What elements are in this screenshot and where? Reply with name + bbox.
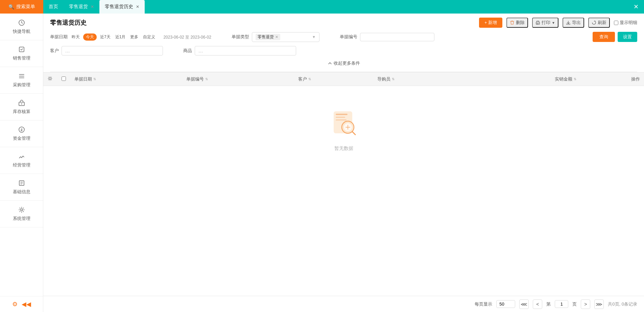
date-shortcut-1month[interactable]: 近1月 <box>114 34 127 41</box>
print-label: 打印 <box>542 20 550 26</box>
tab-retail-return[interactable]: 零售退货 ✕ <box>64 0 99 14</box>
th-date[interactable]: 单据日期 ⇅ <box>70 72 182 86</box>
print-button[interactable]: 打印 ▼ <box>532 18 558 28</box>
prev-page-button[interactable]: < <box>533 299 542 309</box>
query-button[interactable]: 查询 <box>593 32 615 42</box>
goods-filter: 商品 ... <box>183 46 296 55</box>
export-button[interactable]: 导出 <box>563 18 584 28</box>
date-filter: 单据日期 昨天 今天 近7天 近1月 更多 自定义 <box>50 34 157 41</box>
sidebar-item-basic-info[interactable]: 基础信息 <box>0 174 43 201</box>
date-shortcut-more[interactable]: 更多 <box>129 34 140 41</box>
select-all-checkbox[interactable] <box>62 76 66 81</box>
type-filter: 单据类型 零售退货 ✕ ▼ <box>232 32 319 42</box>
number-filter-input[interactable] <box>360 33 434 41</box>
print-icon <box>535 20 540 25</box>
sidebar-item-inventory[interactable]: 库存核算 <box>0 94 43 120</box>
page-actions: + 新增 删除 打印 ▼ <box>479 18 637 28</box>
first-page-button[interactable]: ⋘ <box>519 299 529 309</box>
main-layout: 快捷导航 销售管理 采购管理 <box>0 14 644 312</box>
delete-button[interactable]: 删除 <box>506 18 528 28</box>
th-date-label: 单据日期 <box>74 76 92 82</box>
tab-home[interactable]: 首页 <box>43 0 64 14</box>
tab-retail-return-history-close[interactable]: ✕ <box>136 4 139 9</box>
th-amount[interactable]: 实销金额 ⇅ <box>469 72 580 86</box>
tab-retail-return-close[interactable]: ✕ <box>91 4 94 9</box>
sidebar-bottom: ⚙ ◀◀ <box>0 296 43 312</box>
type-filter-dropdown-icon: ▼ <box>312 35 316 39</box>
goods-filter-label: 商品 <box>183 48 192 54</box>
business-mgmt-icon <box>18 153 25 160</box>
customer-filter-label: 客户 <box>50 48 59 54</box>
type-filter-tag-close[interactable]: ✕ <box>275 35 278 39</box>
sidebar-item-quick-nav[interactable]: 快捷导航 <box>0 14 43 40</box>
page-input[interactable] <box>555 300 568 308</box>
th-date-sort-icon: ⇅ <box>93 77 96 81</box>
inventory-icon <box>18 99 25 107</box>
tab-retail-return-history-label: 零售退货历史 <box>105 4 133 10</box>
page-header: 零售退货历史 + 新增 删除 <box>43 14 644 72</box>
next-page-button[interactable]: > <box>581 299 590 309</box>
sidebar-item-finance-mgmt[interactable]: 资金管理 <box>0 120 43 147</box>
collapse-icon <box>328 61 332 66</box>
sidebar-item-business-mgmt-label: 经营管理 <box>13 162 30 168</box>
sidebar-item-sales-mgmt[interactable]: 销售管理 <box>0 40 43 67</box>
th-actions: 操作 <box>580 72 644 86</box>
svg-rect-11 <box>336 117 345 118</box>
query-settings-area: 查询 设置 <box>593 32 637 42</box>
basic-info-icon <box>18 179 25 187</box>
th-settings[interactable] <box>43 72 57 86</box>
filter-row-2: 客户 ... 商品 ... <box>50 46 637 55</box>
date-shortcut-custom[interactable]: 自定义 <box>142 34 157 41</box>
empty-illustration <box>327 106 361 140</box>
purchase-mgmt-icon <box>18 72 25 80</box>
svg-point-6 <box>21 209 23 211</box>
page-title: 零售退货历史 <box>50 19 87 27</box>
tab-list: 首页 零售退货 ✕ 零售退货历史 ✕ <box>43 0 634 14</box>
sidebar-item-basic-info-label: 基础信息 <box>13 189 30 195</box>
svg-point-3 <box>21 104 22 105</box>
goods-filter-select[interactable]: ... <box>195 46 296 55</box>
new-button[interactable]: + 新增 <box>479 18 502 28</box>
settings-button[interactable]: 设置 <box>618 32 637 42</box>
date-shortcut-yesterday[interactable]: 昨天 <box>70 34 81 41</box>
settings-icon[interactable]: ⚙ <box>12 300 18 308</box>
th-customer[interactable]: 客户 ⇅ <box>294 72 373 86</box>
th-actions-label: 操作 <box>631 76 640 82</box>
th-guide-label: 导购员 <box>377 76 390 82</box>
date-shortcut-7days[interactable]: 近7天 <box>99 34 112 41</box>
type-filter-tag-text: 零售退货 <box>258 34 274 40</box>
filter-row-1: 单据日期 昨天 今天 近7天 近1月 更多 自定义 2023-06-02 至 2… <box>50 32 637 42</box>
tab-retail-return-label: 零售退货 <box>69 4 88 10</box>
audio-icon[interactable]: ◀◀ <box>22 300 31 308</box>
type-filter-select[interactable]: 零售退货 ✕ ▼ <box>252 32 319 42</box>
table-container: 单据日期 ⇅ 单据编号 ⇅ <box>43 72 644 312</box>
date-range-text: 2023-06-02 至 2023-06-02 <box>163 35 211 40</box>
sidebar-item-system-mgmt[interactable]: 系统管理 <box>0 201 43 227</box>
last-page-button[interactable]: ⋙ <box>594 299 604 309</box>
customer-filter: 客户 ... <box>50 46 163 55</box>
number-filter-label: 单据编号 <box>340 34 357 40</box>
svg-line-15 <box>352 132 355 135</box>
th-guide[interactable]: 导购员 ⇅ <box>373 72 469 86</box>
sidebar-item-business-mgmt[interactable]: 经营管理 <box>0 147 43 174</box>
per-page-select[interactable]: 50 10 20 100 <box>496 300 515 308</box>
th-number[interactable]: 单据编号 ⇅ <box>182 72 294 86</box>
svg-point-8 <box>49 77 51 80</box>
page-label: 第 <box>546 301 551 307</box>
table-settings-icon[interactable] <box>47 76 53 81</box>
show-detail-checkbox[interactable] <box>614 21 618 25</box>
page-title-row: 零售退货历史 + 新增 删除 <box>50 18 637 28</box>
window-close-button[interactable]: ✕ <box>634 3 644 10</box>
th-checkbox[interactable] <box>57 72 70 86</box>
show-detail-checkbox-label[interactable]: 显示明细 <box>614 20 637 26</box>
date-shortcut-today[interactable]: 今天 <box>83 34 97 41</box>
refresh-button[interactable]: 刷新 <box>588 18 610 28</box>
search-menu-label: 搜索菜单 <box>16 4 35 10</box>
sidebar-item-purchase-mgmt[interactable]: 采购管理 <box>0 67 43 94</box>
collapse-button[interactable]: 收起更多条件 <box>322 59 365 68</box>
customer-filter-select[interactable]: ... <box>62 46 163 55</box>
refresh-icon <box>592 20 596 25</box>
search-icon: 🔍 <box>8 4 14 9</box>
tab-retail-return-history[interactable]: 零售退货历史 ✕ <box>99 0 145 14</box>
search-menu-button[interactable]: 🔍 搜索菜单 <box>0 0 43 14</box>
